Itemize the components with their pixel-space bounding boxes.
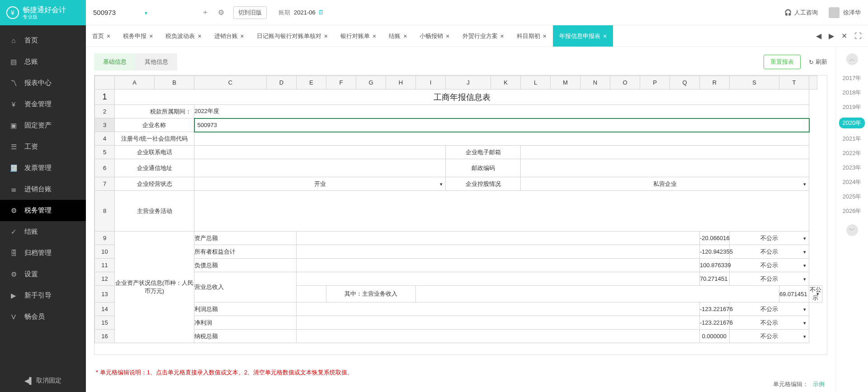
cell[interactable] (194, 146, 446, 159)
row-header[interactable]: 6 (95, 159, 115, 177)
cell[interactable]: 工商年报信息表 (115, 90, 809, 105)
cell[interactable]: 不公示 (730, 231, 809, 245)
refresh-button[interactable]: ↻ 刷新 (809, 58, 827, 66)
tab-10[interactable]: 年报信息申报表× (553, 25, 613, 47)
row-header[interactable]: 14 (95, 302, 115, 316)
cell[interactable]: 开业 (194, 177, 446, 191)
cell[interactable]: 营业总收入 (194, 272, 297, 302)
support-link[interactable]: 🎧 人工咨询 (784, 9, 818, 17)
nav-item-3[interactable]: ¥资金管理 (0, 94, 86, 115)
cell[interactable]: 其中：主营业务收入 (326, 286, 416, 302)
cell[interactable]: 负债总额 (194, 259, 297, 272)
nav-item-12[interactable]: ▶新手引导 (0, 285, 86, 306)
year-2022年[interactable]: 2022年 (843, 149, 862, 157)
nav-item-7[interactable]: ≣进销台账 (0, 179, 86, 200)
tab-close-icon[interactable]: × (446, 33, 449, 40)
tab-close-all-button[interactable]: ✕ (838, 32, 851, 40)
col-header[interactable]: E (297, 76, 326, 90)
tab-close-icon[interactable]: × (373, 33, 376, 40)
cell[interactable]: 企业控股情况 (446, 177, 521, 191)
row-header[interactable]: 10 (95, 245, 115, 259)
col-header[interactable]: G (356, 76, 386, 90)
cell[interactable]: 不公示 (730, 259, 809, 272)
tab-close-icon[interactable]: × (241, 33, 244, 40)
cell[interactable]: 企业资产状况信息(币种：人民币万元) (115, 231, 194, 343)
cell[interactable]: 净利润 (194, 316, 297, 330)
tab-next-button[interactable]: ▶ (825, 32, 838, 40)
col-header[interactable]: S (730, 76, 779, 90)
cell[interactable] (297, 245, 700, 259)
col-header[interactable]: N (580, 76, 610, 90)
cell[interactable] (297, 302, 700, 316)
tab-prev-button[interactable]: ◀ (812, 32, 825, 40)
switch-old-version-button[interactable]: 切到旧版 (233, 6, 267, 19)
tab-close-icon[interactable]: × (603, 33, 607, 40)
year-2024年[interactable]: 2024年 (843, 178, 862, 186)
nav-item-6[interactable]: 🧾发票管理 (0, 157, 86, 179)
horizontal-scrollbar[interactable] (94, 355, 827, 363)
tab-0[interactable]: 首页× (86, 25, 117, 47)
cell[interactable]: 邮政编码 (446, 159, 521, 177)
tab-5[interactable]: 银行对账单× (334, 25, 382, 47)
col-header[interactable]: I (416, 76, 446, 90)
col-header[interactable]: C (194, 76, 267, 90)
col-header[interactable]: O (610, 76, 640, 90)
user-menu[interactable]: 徐泽华 (829, 7, 861, 18)
cell[interactable] (297, 231, 700, 245)
col-header[interactable] (95, 76, 115, 90)
cell[interactable]: 不公示 (730, 272, 809, 286)
cell[interactable]: 企业电子邮箱 (446, 146, 521, 159)
cell[interactable]: 企业名称 (115, 118, 194, 132)
cell[interactable] (521, 146, 809, 159)
row-header[interactable]: 3 (95, 118, 115, 132)
tab-6[interactable]: 结账× (382, 25, 413, 47)
cell[interactable] (297, 330, 700, 343)
cell[interactable]: -123.221676 (700, 316, 730, 330)
company-name-input[interactable]: 500973 (194, 118, 809, 132)
year-2017年[interactable]: 2017年 (843, 74, 862, 82)
col-header[interactable]: K (491, 76, 521, 90)
year-2020年[interactable]: 2020年 (839, 118, 865, 128)
company-selector[interactable]: 500973 ▾ (93, 9, 197, 16)
tab-close-icon[interactable]: × (107, 33, 110, 40)
cell[interactable] (416, 286, 779, 302)
cell[interactable]: 私营企业 (521, 177, 809, 191)
cell[interactable] (194, 191, 809, 231)
row-header[interactable]: 9 (95, 231, 115, 245)
cell[interactable]: 不公示 (730, 330, 809, 343)
col-header[interactable]: H (386, 76, 416, 90)
tab-7[interactable]: 小畅报销× (413, 25, 456, 47)
year-2025年[interactable]: 2025年 (843, 193, 862, 201)
col-header[interactable]: Q (670, 76, 700, 90)
spreadsheet[interactable]: ABCDEFGHIJKLMNOPQRST 1工商年报信息表2税款所属期间：202… (94, 75, 827, 355)
col-header[interactable]: D (267, 76, 297, 90)
add-button[interactable]: ＋ (202, 8, 209, 17)
year-2026年[interactable]: 2026年 (843, 207, 862, 215)
cell[interactable] (521, 159, 809, 177)
cell[interactable] (297, 286, 326, 302)
cell[interactable]: 资产总额 (194, 231, 297, 245)
tab-3[interactable]: 进销台账× (208, 25, 250, 47)
cell[interactable]: 利润总额 (194, 302, 297, 316)
col-header[interactable]: A (115, 76, 155, 90)
fullscreen-button[interactable]: ⛶ (851, 32, 865, 40)
nav-item-13[interactable]: V畅会员 (0, 306, 86, 327)
calendar-icon[interactable]: 🗓 (318, 9, 324, 16)
cell[interactable]: 不公示 (730, 302, 809, 316)
tab-9[interactable]: 科目期初× (510, 25, 553, 47)
subtab-other[interactable]: 其他信息 (136, 53, 177, 71)
unpin-button[interactable]: ◀▌ 取消固定 (0, 369, 86, 392)
nav-item-11[interactable]: ⚙设置 (0, 264, 86, 285)
row-header[interactable]: 7 (95, 177, 115, 191)
col-header[interactable]: L (521, 76, 551, 90)
col-header[interactable]: B (155, 76, 194, 90)
row-header[interactable]: 5 (95, 146, 115, 159)
tab-close-icon[interactable]: × (543, 33, 547, 40)
nav-item-2[interactable]: 〽报表中心 (0, 72, 86, 94)
nav-item-8[interactable]: ⚙税务管理 (0, 200, 86, 221)
tab-close-icon[interactable]: × (324, 33, 328, 40)
row-header[interactable]: 8 (95, 191, 115, 231)
col-header[interactable]: F (326, 76, 356, 90)
tab-4[interactable]: 日记账与银行对账单核对× (250, 25, 334, 47)
cell[interactable] (297, 259, 700, 272)
